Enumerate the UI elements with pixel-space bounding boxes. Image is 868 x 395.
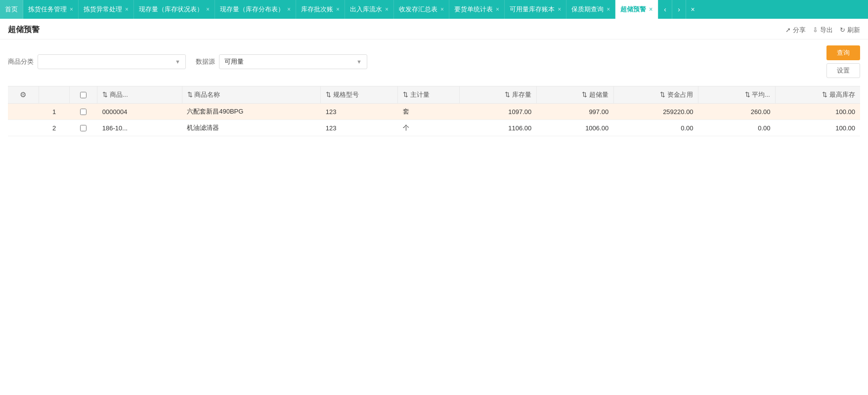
- share-button[interactable]: ➚ 分享: [785, 26, 806, 35]
- col-code-header[interactable]: ⇅ 商品...: [97, 86, 182, 104]
- row-seq: 2: [39, 120, 69, 136]
- share-icon: ➚: [785, 26, 791, 34]
- row-name: 机油滤清器: [182, 120, 321, 136]
- col-unit-header[interactable]: ⇅ 主计量: [398, 86, 460, 104]
- col-avg-header[interactable]: ⇅ 平均...: [698, 86, 776, 104]
- col-capital-header[interactable]: ⇅ 资金占用: [613, 86, 698, 104]
- close-icon[interactable]: ×: [607, 6, 610, 13]
- row-seq: 1: [39, 104, 69, 120]
- col-seq-header: [39, 86, 69, 104]
- close-icon[interactable]: ×: [558, 6, 561, 13]
- nav-expiry[interactable]: 保质期查询 ×: [566, 0, 615, 19]
- col-name-header[interactable]: ⇅ 商品名称: [182, 86, 321, 104]
- nav-task-mgmt[interactable]: 拣货任务管理 ×: [23, 0, 79, 19]
- nav-overstock[interactable]: 超储预警 ×: [615, 0, 658, 19]
- col-spec-header[interactable]: ⇅ 规格型号: [321, 86, 398, 104]
- header-actions: ➚ 分享 ⇩ 导出 ↻ 刷新: [785, 26, 860, 35]
- row-capital: 0.00: [613, 120, 698, 136]
- datasource-value: 可用量: [224, 57, 244, 66]
- nav-inout-flow[interactable]: 出入库流水 ×: [345, 0, 394, 19]
- category-label: 商品分类: [8, 57, 34, 66]
- chevron-down-icon: ▼: [175, 59, 180, 65]
- row-avg: 0.00: [698, 120, 776, 136]
- query-button[interactable]: 查询: [826, 45, 860, 60]
- nav-exception[interactable]: 拣货异常处理 ×: [79, 0, 134, 19]
- col-maxstock-header[interactable]: ⇅ 最高库存: [775, 86, 860, 104]
- nav-summary[interactable]: 收发存汇总表 ×: [394, 0, 449, 19]
- col-checkbox-header: [70, 86, 97, 104]
- row-checkbox-cell: [70, 120, 97, 136]
- close-icon[interactable]: ×: [649, 6, 652, 13]
- settings-button[interactable]: 设置: [826, 63, 860, 78]
- export-button[interactable]: ⇩ 导出: [813, 26, 833, 35]
- close-icon[interactable]: ×: [336, 6, 340, 13]
- category-filter: 商品分类 ▼: [8, 54, 186, 69]
- row-over: 1006.00: [536, 120, 613, 136]
- topbar: 首页 拣货任务管理 × 拣货异常处理 × 现存量（库存状况表） × 现存量（库存…: [0, 0, 868, 19]
- nav-stock-status[interactable]: 现存量（库存状况表） ×: [134, 0, 215, 19]
- row-code: 186-10...: [97, 120, 182, 136]
- nav-home[interactable]: 首页: [0, 0, 23, 19]
- row-name: 六配套新昌490BPG: [182, 104, 321, 120]
- page-title: 超储预警: [8, 25, 40, 35]
- overstock-table: ⚙ ⇅ 商品... ⇅ 商品名称 ⇅ 规格型号 ⇅: [8, 86, 860, 136]
- refresh-button[interactable]: ↻ 刷新: [840, 26, 860, 35]
- refresh-icon: ↻: [840, 26, 845, 34]
- nav-order-stats[interactable]: 要货单统计表 ×: [449, 0, 505, 19]
- col-stock-header[interactable]: ⇅ 库存量: [459, 86, 536, 104]
- close-icon[interactable]: ×: [287, 6, 291, 13]
- table-row[interactable]: 1 0000004 六配套新昌490BPG 123 套 1097.00 997.…: [8, 104, 860, 120]
- row-spec: 123: [321, 120, 398, 136]
- close-icon[interactable]: ×: [70, 6, 73, 13]
- page-header: 超储预警 ➚ 分享 ⇩ 导出 ↻ 刷新: [0, 19, 868, 40]
- row-checkbox-cell: [70, 104, 97, 120]
- nav-stock-dist[interactable]: 现存量（库存分布表） ×: [215, 0, 296, 19]
- col-gear-header: ⚙: [8, 86, 39, 104]
- row-unit: 个: [398, 120, 460, 136]
- col-over-header[interactable]: ⇅ 超储量: [536, 86, 613, 104]
- category-select[interactable]: ▼: [38, 54, 186, 69]
- row-maxstock: 100.00: [775, 104, 860, 120]
- close-icon[interactable]: ×: [496, 6, 499, 13]
- row-unit: 套: [398, 104, 460, 120]
- datasource-select[interactable]: 可用量 ▼: [219, 54, 367, 69]
- row-gear-cell: [8, 104, 39, 120]
- close-icon[interactable]: ×: [206, 6, 210, 13]
- select-all-checkbox[interactable]: [80, 92, 87, 98]
- table-container: ⚙ ⇅ 商品... ⇅ 商品名称 ⇅ 规格型号 ⇅: [0, 86, 868, 136]
- row-gear-cell: [8, 120, 39, 136]
- gear-icon[interactable]: ⚙: [20, 90, 26, 99]
- row-checkbox[interactable]: [80, 125, 87, 131]
- datasource-label: 数据源: [196, 57, 215, 66]
- row-code: 0000004: [97, 104, 182, 120]
- row-maxstock: 100.00: [775, 120, 860, 136]
- close-icon[interactable]: ×: [125, 6, 129, 13]
- row-capital: 259220.00: [613, 104, 698, 120]
- table-header-row: ⚙ ⇅ 商品... ⇅ 商品名称 ⇅ 规格型号 ⇅: [8, 86, 860, 104]
- datasource-filter: 数据源 可用量 ▼: [196, 54, 367, 69]
- chevron-down-icon: ▼: [356, 59, 362, 65]
- export-icon: ⇩: [813, 26, 818, 34]
- filter-bar: 商品分类 ▼ 数据源 可用量 ▼ 查询 设置: [0, 40, 868, 84]
- nav-next-button[interactable]: ›: [672, 0, 686, 19]
- filter-buttons: 查询 设置: [826, 45, 860, 78]
- row-checkbox[interactable]: [80, 109, 87, 115]
- row-stock: 1097.00: [459, 104, 536, 120]
- row-spec: 123: [321, 104, 398, 120]
- nav-batch-ledger[interactable]: 库存批次账 ×: [296, 0, 345, 19]
- nav-available-ledger[interactable]: 可用量库存账本 ×: [505, 0, 566, 19]
- table-row[interactable]: 2 186-10... 机油滤清器 123 个 1106.00 1006.00 …: [8, 120, 860, 136]
- row-avg: 260.00: [698, 104, 776, 120]
- nav-close-all-button[interactable]: ×: [686, 0, 699, 19]
- close-icon[interactable]: ×: [440, 6, 444, 13]
- close-icon[interactable]: ×: [385, 6, 389, 13]
- row-over: 997.00: [536, 104, 613, 120]
- table-body: 1 0000004 六配套新昌490BPG 123 套 1097.00 997.…: [8, 104, 860, 136]
- row-stock: 1106.00: [459, 120, 536, 136]
- nav-prev-button[interactable]: ‹: [658, 0, 672, 19]
